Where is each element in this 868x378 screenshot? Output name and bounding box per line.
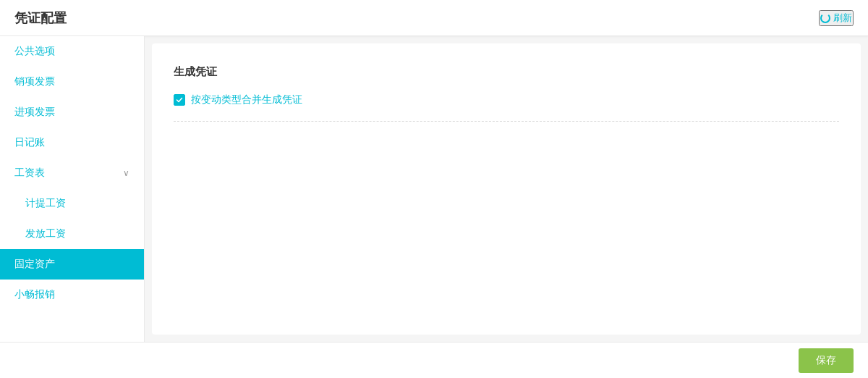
sidebar-item-label: 固定资产 xyxy=(14,258,55,271)
checkbox-row[interactable]: 按变动类型合并生成凭证 xyxy=(174,93,839,106)
merge-checkbox[interactable] xyxy=(174,94,185,106)
section-title: 生成凭证 xyxy=(174,65,839,79)
section-divider xyxy=(174,121,839,122)
save-button[interactable]: 保存 xyxy=(799,348,854,373)
checkbox-label[interactable]: 按变动类型合并生成凭证 xyxy=(191,93,302,106)
sidebar-item-label: 销项发票 xyxy=(14,75,55,88)
checkmark-icon xyxy=(176,96,183,104)
refresh-icon xyxy=(820,13,830,23)
footer: 保存 xyxy=(0,342,868,378)
main-content: 生成凭证 按变动类型合并生成凭证 xyxy=(152,43,861,335)
sidebar-item-label: 日记账 xyxy=(14,136,45,149)
refresh-button[interactable]: 刷新 xyxy=(819,10,854,26)
sidebar-item-label: 公共选项 xyxy=(14,45,55,58)
header: 凭证配置 刷新 xyxy=(0,0,868,36)
sidebar-item-label: 工资表 xyxy=(14,167,45,180)
sidebar-item-fixed[interactable]: 固定资产 xyxy=(0,249,144,280)
sidebar: 公共选项销项发票进项发票日记账工资表∨计提工资发放工资固定资产小畅报销 xyxy=(0,36,145,342)
sidebar-item-label: 小畅报销 xyxy=(14,288,55,301)
sidebar-item-expense[interactable]: 小畅报销 xyxy=(0,280,144,310)
page-title: 凭证配置 xyxy=(14,9,67,27)
sidebar-item-accrual[interactable]: 计提工资 xyxy=(0,188,144,219)
chevron-down-icon: ∨ xyxy=(123,168,129,178)
sidebar-item-public[interactable]: 公共选项 xyxy=(0,36,144,67)
sidebar-item-payroll[interactable]: 工资表∨ xyxy=(0,158,144,188)
page-wrapper: 凭证配置 刷新 公共选项销项发票进项发票日记账工资表∨计提工资发放工资固定资产小… xyxy=(0,0,868,378)
sidebar-item-release[interactable]: 发放工资 xyxy=(0,219,144,249)
sidebar-item-label: 计提工资 xyxy=(25,197,66,210)
sidebar-item-label: 进项发票 xyxy=(14,106,55,119)
sidebar-item-sales[interactable]: 销项发票 xyxy=(0,67,144,97)
body: 公共选项销项发票进项发票日记账工资表∨计提工资发放工资固定资产小畅报销 生成凭证… xyxy=(0,36,868,342)
sidebar-item-purchase[interactable]: 进项发票 xyxy=(0,97,144,127)
sidebar-item-journal[interactable]: 日记账 xyxy=(0,127,144,158)
sidebar-item-label: 发放工资 xyxy=(25,227,66,240)
